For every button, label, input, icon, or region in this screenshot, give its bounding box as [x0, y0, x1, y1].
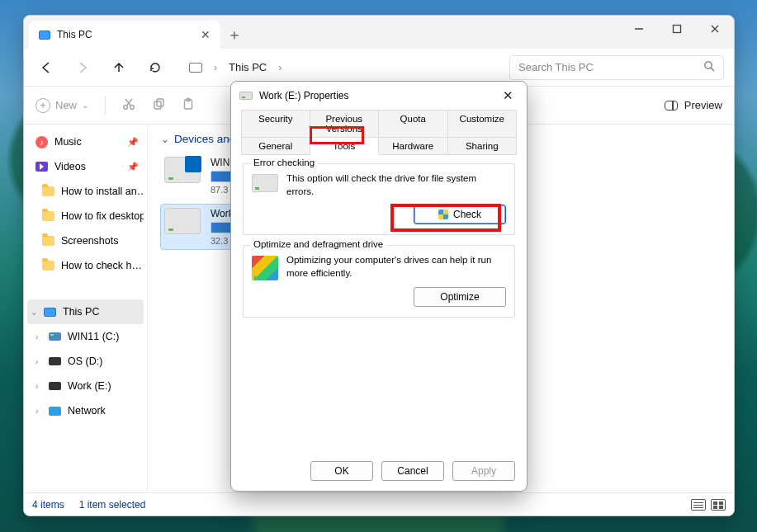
- sidebar-item-folder[interactable]: How to fix desktop…: [27, 204, 144, 228]
- chevron-down-icon: ⌄: [82, 101, 88, 110]
- paste-icon[interactable]: [182, 97, 195, 113]
- tab-tools[interactable]: Tools: [310, 138, 380, 155]
- sidebar-item-drive-c[interactable]: ›WIN11 (C:): [27, 324, 144, 349]
- breadcrumb-this-pc[interactable]: This PC: [229, 61, 267, 73]
- dialog-titlebar: Work (E:) Properties ✕: [231, 82, 527, 110]
- optimize-text: Optimizing your computer's drives can he…: [286, 254, 506, 280]
- dialog-title: Work (E:) Properties: [259, 90, 348, 101]
- group-legend: Optimize and defragment drive: [250, 239, 386, 249]
- tab-title: This PC: [57, 29, 92, 40]
- optimize-button-label: Optimize: [440, 291, 479, 303]
- videos-icon: [35, 162, 48, 172]
- drive-icon: [239, 92, 253, 100]
- navigation-pane: Music📌 Videos📌 How to install an… How to…: [24, 125, 148, 492]
- close-dialog-button[interactable]: ✕: [498, 87, 518, 105]
- sidebar-item-network[interactable]: ›Network: [27, 398, 144, 423]
- chevron-right-icon[interactable]: ›: [35, 407, 44, 416]
- apply-button[interactable]: Apply: [452, 461, 515, 481]
- sidebar-item-this-pc[interactable]: ⌄This PC: [27, 299, 144, 324]
- window-controls: [620, 16, 734, 42]
- drive-icon: [252, 174, 278, 192]
- drive-icon: [49, 332, 61, 341]
- sidebar-label: Videos: [54, 161, 86, 172]
- svg-rect-1: [674, 26, 681, 33]
- status-bar: 4 items 1 item selected: [24, 492, 734, 516]
- tab-hardware[interactable]: Hardware: [379, 138, 448, 155]
- location-icon: [189, 63, 202, 73]
- chevron-right-icon[interactable]: ›: [35, 382, 44, 391]
- svg-point-7: [130, 106, 135, 110]
- sidebar-label: Network: [68, 405, 106, 417]
- search-input[interactable]: Search This PC: [509, 55, 724, 80]
- sidebar-item-music[interactable]: Music📌: [27, 129, 144, 154]
- tab-general[interactable]: General: [241, 138, 310, 155]
- tab-this-pc[interactable]: This PC ✕: [29, 21, 220, 49]
- preview-label: Preview: [684, 99, 722, 111]
- optimize-group: Optimize and defragment drive Optimizing…: [243, 245, 515, 318]
- sidebar-item-drive-d[interactable]: ›OS (D:): [27, 349, 144, 374]
- cancel-button[interactable]: Cancel: [381, 461, 444, 481]
- chevron-right-icon[interactable]: ›: [35, 332, 44, 341]
- search-icon: [703, 60, 715, 74]
- cut-icon[interactable]: [122, 97, 135, 113]
- network-icon: [49, 407, 61, 416]
- breadcrumb[interactable]: › This PC ›: [189, 61, 282, 73]
- drive-icon: [164, 157, 201, 183]
- sidebar-item-folder[interactable]: How to install an…: [27, 179, 144, 204]
- new-button[interactable]: + New ⌄: [35, 98, 88, 113]
- this-pc-icon: [39, 31, 50, 40]
- chevron-right-icon[interactable]: ›: [278, 62, 282, 73]
- chevron-down-icon: ⌄: [161, 134, 169, 145]
- ok-button[interactable]: OK: [310, 461, 373, 481]
- sidebar-label: Work (E:): [68, 380, 111, 392]
- svg-rect-9: [157, 99, 163, 106]
- sidebar-label: How to fix desktop…: [61, 210, 144, 222]
- refresh-button[interactable]: [148, 60, 163, 75]
- preview-pane-button[interactable]: Preview: [665, 99, 722, 111]
- properties-dialog: Work (E:) Properties ✕ Security Previous…: [230, 81, 528, 492]
- tab-sharing[interactable]: Sharing: [448, 138, 518, 155]
- tab-previous-versions[interactable]: Previous Versions: [310, 110, 380, 138]
- sidebar-item-folder[interactable]: How to check h…: [27, 253, 144, 278]
- close-window-button[interactable]: [696, 16, 734, 42]
- separator: [105, 97, 106, 115]
- svg-point-6: [124, 106, 128, 110]
- folder-icon: [42, 211, 54, 221]
- check-button-label: Check: [453, 209, 481, 220]
- pin-icon: 📌: [127, 137, 139, 148]
- chevron-right-icon[interactable]: ›: [214, 62, 217, 73]
- tab-security[interactable]: Security: [241, 110, 310, 138]
- up-button[interactable]: [111, 60, 126, 75]
- tab-customize[interactable]: Customize: [448, 110, 518, 138]
- chevron-right-icon[interactable]: ›: [35, 357, 44, 366]
- error-checking-group: Error checking This option will check th…: [243, 163, 515, 235]
- back-button[interactable]: [39, 60, 54, 75]
- maximize-button[interactable]: [658, 16, 696, 42]
- tab-quota[interactable]: Quota: [379, 110, 448, 138]
- sidebar-item-folder[interactable]: Screenshots: [27, 228, 144, 253]
- minimize-button[interactable]: [620, 16, 658, 42]
- preview-pane-icon: [665, 101, 678, 111]
- folder-icon: [42, 261, 54, 271]
- forward-button[interactable]: [75, 60, 90, 75]
- sidebar-label: Music: [54, 136, 82, 148]
- sidebar-item-videos[interactable]: Videos📌: [27, 154, 144, 179]
- sidebar-label: Screenshots: [61, 235, 118, 247]
- sidebar-label: OS (D:): [68, 355, 102, 367]
- copy-icon[interactable]: [152, 97, 165, 113]
- group-legend: Error checking: [250, 158, 318, 167]
- new-tab-button[interactable]: ＋: [220, 21, 248, 49]
- sidebar-item-drive-e[interactable]: ›Work (E:): [27, 374, 144, 398]
- titlebar: This PC ✕ ＋: [24, 16, 734, 49]
- sidebar-label: WIN11 (C:): [68, 331, 120, 342]
- check-button[interactable]: Check: [414, 205, 506, 224]
- close-tab-icon[interactable]: ✕: [201, 28, 211, 41]
- chevron-down-icon[interactable]: ⌄: [31, 308, 39, 317]
- optimize-button[interactable]: Optimize: [414, 287, 506, 307]
- tiles-view-button[interactable]: [711, 499, 726, 511]
- this-pc-icon: [44, 308, 56, 317]
- desktop-wallpaper: This PC ✕ ＋ › This PC › Search T: [0, 0, 757, 532]
- details-view-button[interactable]: [691, 499, 706, 511]
- plus-icon: +: [35, 98, 50, 113]
- dialog-body: Error checking This option will check th…: [231, 155, 527, 451]
